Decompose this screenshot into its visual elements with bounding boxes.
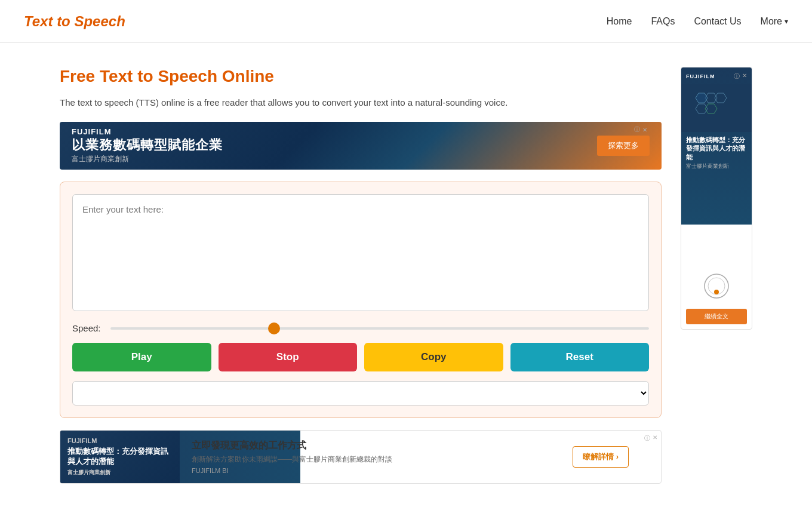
content-area: Free Text to Speech Online The text to s… bbox=[60, 67, 662, 496]
sidebar-ad-graphic bbox=[681, 84, 752, 132]
bottom-ad-sub: 富士膠片商業創新 bbox=[67, 469, 173, 477]
main-nav: Home FAQs Contact Us More ▾ bbox=[607, 16, 788, 27]
copy-button[interactable]: Copy bbox=[364, 343, 503, 371]
svg-marker-4 bbox=[705, 104, 717, 113]
bottom-ad-cta-button[interactable]: 瞭解詳情 › bbox=[573, 446, 629, 468]
bottom-ad-title: 立即發現更高效的工作方式 bbox=[192, 440, 549, 452]
sidebar: FUJIFILM ⓘ ✕ bbox=[681, 67, 752, 496]
bottom-ad-image: FUJIFILM 推動數碼轉型：充分發揮資訊與人才的潛能 富士膠片商業創新 bbox=[60, 431, 180, 483]
close-icon[interactable]: ✕ bbox=[653, 434, 657, 443]
bottom-ad-source: FUJIFILM BI bbox=[192, 467, 549, 474]
ad-info-badge: ⓘ ✕ bbox=[634, 125, 647, 134]
sidebar-ad: FUJIFILM ⓘ ✕ bbox=[681, 67, 752, 330]
svg-marker-3 bbox=[696, 104, 708, 113]
speed-control: Speed: bbox=[72, 323, 649, 333]
bottom-ad-headline: 推動數碼轉型：充分發揮資訊與人才的潛能 bbox=[67, 447, 173, 467]
action-buttons: Play Stop Copy Reset bbox=[72, 343, 649, 371]
close-icon[interactable]: ✕ bbox=[742, 72, 747, 81]
speed-label: Speed: bbox=[72, 323, 101, 333]
stop-button[interactable]: Stop bbox=[219, 343, 358, 371]
info-icon: ⓘ bbox=[644, 434, 650, 443]
ad-text: 以業務數碼轉型賦能企業 bbox=[72, 136, 223, 154]
bottom-ad-content: 立即發現更高效的工作方式 創新解決方案助你未雨綢謀——與富士膠片商業創新總裁的對… bbox=[180, 432, 561, 481]
sidebar-ad-sub: 富士膠片商業創新 bbox=[686, 162, 747, 170]
bottom-ad-desc: 創新解決方案助你未雨綢謀——與富士膠片商業創新總裁的對談 bbox=[192, 454, 549, 465]
ad-cta-button[interactable]: 探索更多 bbox=[597, 136, 650, 156]
sidebar-ad-brand: FUJIFILM bbox=[686, 73, 715, 79]
voice-selector[interactable]: English (US) English (UK) Chinese (Tradi… bbox=[72, 381, 649, 406]
speed-slider[interactable] bbox=[110, 327, 649, 330]
info-icon: ⓘ bbox=[734, 72, 740, 81]
info-icon: ⓘ bbox=[634, 125, 640, 134]
sidebar-ad-graphic2 bbox=[686, 268, 747, 304]
page-title: Free Text to Speech Online bbox=[60, 67, 662, 86]
svg-point-8 bbox=[714, 290, 719, 294]
ad-brand: FUJIFILM 以業務數碼轉型賦能企業 富士膠片商業創新 bbox=[72, 127, 223, 164]
top-ad-banner: FUJIFILM 以業務數碼轉型賦能企業 富士膠片商業創新 探索更多 ⓘ ✕ bbox=[60, 122, 662, 170]
site-logo[interactable]: Text to Speech bbox=[24, 13, 125, 30]
chevron-down-icon: ▾ bbox=[785, 17, 788, 26]
bottom-ad-cta: 瞭解詳情 › bbox=[561, 446, 641, 468]
sidebar-ad-cta-button[interactable]: 繼續全文 bbox=[686, 309, 747, 324]
nav-contact-us[interactable]: Contact Us bbox=[694, 16, 741, 27]
nav-faqs[interactable]: FAQs bbox=[651, 16, 675, 27]
page-description: The text to speech (TTS) online is a fre… bbox=[60, 96, 662, 110]
reset-button[interactable]: Reset bbox=[510, 343, 650, 371]
sidebar-ad-bottom: 繼續全文 bbox=[686, 263, 747, 324]
ad-sub: 富士膠片商業創新 bbox=[72, 154, 223, 164]
bottom-ad-controls: ⓘ ✕ bbox=[641, 431, 661, 446]
nav-home[interactable]: Home bbox=[607, 16, 632, 27]
play-button[interactable]: Play bbox=[72, 343, 211, 371]
text-input[interactable] bbox=[72, 194, 649, 311]
nav-more[interactable]: More ▾ bbox=[761, 16, 788, 27]
svg-marker-2 bbox=[715, 93, 727, 103]
bottom-ad-banner: FUJIFILM 推動數碼轉型：充分發揮資訊與人才的潛能 富士膠片商業創新 立即… bbox=[60, 430, 662, 484]
bottom-ad-brand: FUJIFILM bbox=[67, 437, 173, 444]
tts-widget: Speed: Play Stop Copy Reset English (US)… bbox=[60, 182, 662, 418]
sidebar-ad-title: 推動數碼轉型：充分發揮資訊與人才的潛能 bbox=[686, 136, 747, 161]
close-icon[interactable]: ✕ bbox=[642, 127, 647, 133]
